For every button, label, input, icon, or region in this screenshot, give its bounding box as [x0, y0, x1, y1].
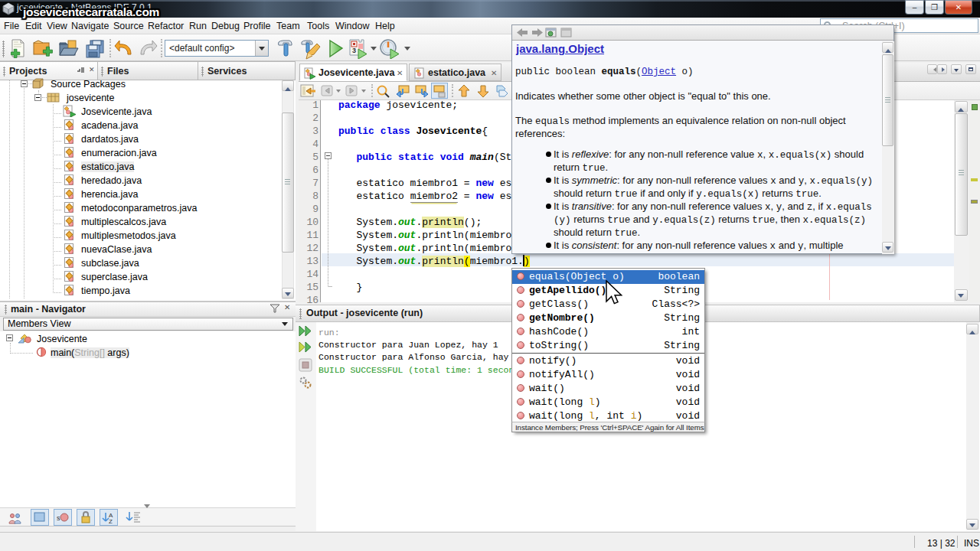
svg-text:Z: Z	[109, 518, 113, 524]
svg-text:s: s	[57, 514, 60, 522]
svg-text:3: 3	[352, 47, 356, 54]
